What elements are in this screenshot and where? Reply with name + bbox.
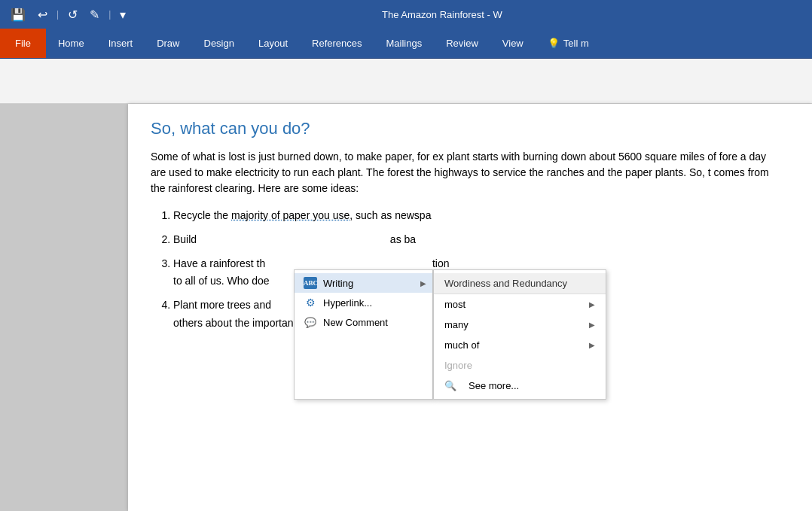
submenu-much-of[interactable]: much of ▶: [434, 335, 606, 355]
writing-icon: ABC: [304, 277, 317, 289]
much-of-label: much of: [444, 339, 479, 351]
separator: |: [56, 9, 59, 20]
comment-icon: 💬: [304, 316, 317, 328]
left-margin: [0, 104, 128, 511]
many-arrow: ▶: [589, 321, 595, 329]
hyperlink-icon: ⚙: [304, 297, 317, 309]
menu-tellme[interactable]: 💡 Tell m: [536, 29, 601, 58]
save-icon[interactable]: 💾: [8, 6, 29, 23]
main-area: So, what can you do? Some of what is los…: [0, 104, 812, 511]
separator2: |: [108, 9, 111, 20]
menu-home[interactable]: Home: [46, 29, 96, 58]
refresh-icon[interactable]: ↺: [65, 6, 81, 23]
doc-heading: So, what can you do?: [151, 119, 782, 138]
much-of-arrow: ▶: [589, 341, 595, 349]
hyperlink-label: Hyperlink...: [323, 297, 372, 309]
menu-design[interactable]: Design: [192, 29, 246, 58]
window-title: The Amazon Rainforest - W: [382, 9, 502, 20]
menu-insert[interactable]: Insert: [96, 29, 145, 58]
most-label: most: [444, 299, 466, 310]
touch-icon[interactable]: ✎: [87, 6, 102, 23]
menu-layout[interactable]: Layout: [246, 29, 300, 58]
submenu-header: Wordiness and Redundancy: [434, 273, 606, 294]
writing-label: Writing: [323, 278, 353, 289]
see-more-icon: 🔍: [444, 380, 456, 391]
document-area: So, what can you do? Some of what is los…: [128, 104, 812, 511]
hyperlink-menu-item[interactable]: ⚙ Hyperlink...: [295, 293, 432, 312]
new-comment-menu-item[interactable]: 💬 New Comment: [295, 312, 432, 332]
menu-file[interactable]: File: [0, 29, 46, 58]
submenu-most[interactable]: most ▶: [434, 294, 606, 315]
menu-references[interactable]: References: [300, 29, 374, 58]
see-more-container: 🔍 See more...: [444, 380, 519, 391]
dropdown-icon[interactable]: ▾: [117, 6, 129, 23]
context-menu: ABC Writing ⚙ Hyperlink... 💬 New Comment: [294, 269, 433, 400]
many-label: many: [444, 319, 469, 330]
menu-draw[interactable]: Draw: [145, 29, 191, 58]
undo-icon[interactable]: ↩: [35, 6, 50, 23]
see-more-label: See more...: [469, 380, 519, 391]
menu-view[interactable]: View: [490, 29, 536, 58]
menu-mailings[interactable]: Mailings: [374, 29, 435, 58]
title-bar: 💾 ↩ | ↺ ✎ | ▾ The Amazon Rainforest - W: [0, 0, 812, 29]
toolbar-area: [0, 59, 812, 104]
submenu: Wordiness and Redundancy most ▶ many ▶ m…: [433, 269, 606, 400]
lightbulb-icon: 💡: [548, 38, 560, 49]
submenu-see-more[interactable]: 🔍 See more...: [434, 376, 606, 396]
menu-review[interactable]: Review: [434, 29, 490, 58]
most-arrow: ▶: [589, 300, 595, 309]
list-item: Build as ba: [173, 231, 782, 249]
submenu-ignore: Ignore: [434, 355, 606, 376]
ignore-label: Ignore: [444, 360, 472, 371]
writing-menu-item[interactable]: ABC Writing: [295, 273, 432, 293]
context-menu-wrapper: ABC Writing ⚙ Hyperlink... 💬 New Comment…: [294, 269, 606, 400]
menu-bar: File Home Insert Draw Design Layout Refe…: [0, 29, 812, 59]
list-item: Recycle the majority of paper you use, s…: [173, 207, 782, 225]
submenu-many[interactable]: many ▶: [434, 315, 606, 335]
underlined-text: majority of paper you use: [231, 209, 350, 221]
doc-body-text: Some of what is lost is just burned down…: [151, 149, 782, 196]
tellme-label: Tell m: [563, 38, 589, 49]
new-comment-label: New Comment: [323, 317, 388, 328]
